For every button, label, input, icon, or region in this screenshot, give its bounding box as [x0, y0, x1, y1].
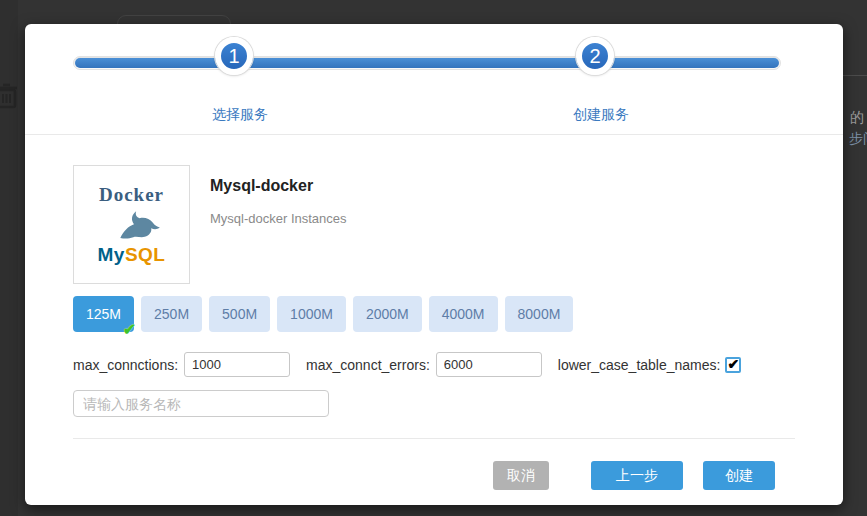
memory-option-8000m[interactable]: 8000M [505, 296, 574, 332]
max-connect-errors-input[interactable] [436, 352, 542, 377]
max-connect-errors-label: max_connct_errors: [306, 357, 430, 373]
memory-option-125m[interactable]: 125M ✔ [73, 296, 134, 332]
previous-step-button[interactable]: 上一步 [591, 461, 683, 490]
create-button[interactable]: 创建 [703, 461, 775, 490]
lower-case-table-names-checkbox[interactable]: ✔ [725, 357, 741, 373]
service-subtitle: Mysql-docker Instances [210, 211, 347, 226]
cancel-button[interactable]: 取消 [493, 461, 549, 490]
selected-check-icon: ✔ [123, 320, 136, 339]
max-connections-label: max_connctions: [73, 357, 178, 373]
memory-option-4000m[interactable]: 4000M [429, 296, 498, 332]
checkbox-check-icon: ✔ [728, 357, 740, 371]
memory-option-1000m[interactable]: 1000M [277, 296, 346, 332]
lower-case-table-names-label: lower_case_table_names: [558, 357, 721, 373]
memory-option-label: 125M [86, 306, 121, 322]
wizard-progress-track [73, 56, 781, 70]
background-right-text: 的 [850, 109, 864, 127]
background-left-strip [0, 0, 18, 516]
mysql-logo-my: My [98, 244, 125, 265]
step-wizard: 1 2 选择服务 创建服务 [25, 24, 843, 134]
mysql-logo-text: MySQL [98, 244, 166, 266]
wizard-step-1-circle[interactable]: 1 [215, 37, 253, 75]
memory-option-2000m[interactable]: 2000M [353, 296, 422, 332]
background-right-link-text: 步间 [849, 130, 867, 148]
trash-icon [0, 83, 19, 113]
mysql-logo-sql: SQL [125, 244, 166, 265]
max-connections-input[interactable] [184, 352, 290, 377]
docker-logo-text: Docker [99, 184, 164, 206]
memory-option-500m[interactable]: 500M [209, 296, 270, 332]
create-service-modal: 1 2 选择服务 创建服务 Docker MySQL Mysql-docker … [25, 24, 843, 505]
wizard-divider [25, 134, 843, 135]
mysql-docker-logo: Docker MySQL [73, 165, 190, 284]
service-title: Mysql-docker [210, 177, 347, 195]
wizard-progress-fill [75, 58, 779, 68]
memory-options: 125M ✔ 250M 500M 1000M 2000M 4000M 8000M [73, 296, 795, 332]
service-row: Docker MySQL Mysql-docker Mysql-docker I… [73, 165, 795, 284]
parameters-row: max_connctions: max_connct_errors: lower… [73, 352, 795, 377]
wizard-step-1-label: 选择服务 [180, 106, 300, 124]
modal-footer: 取消 上一步 创建 [25, 439, 843, 490]
wizard-step-2-label: 创建服务 [541, 106, 661, 124]
wizard-step-2-circle[interactable]: 2 [576, 37, 614, 75]
background-right-divider [841, 75, 867, 76]
service-name-input[interactable] [73, 390, 329, 417]
memory-option-250m[interactable]: 250M [141, 296, 202, 332]
mysql-dolphin-icon [116, 208, 162, 246]
